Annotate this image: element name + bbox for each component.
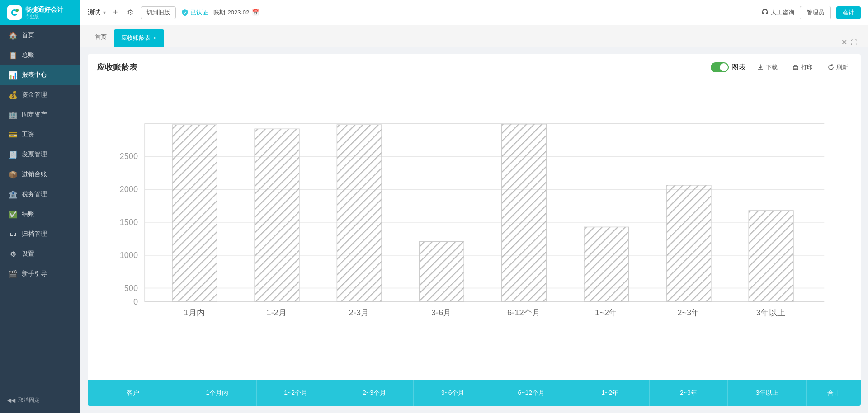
ledger-icon: 📋 bbox=[9, 51, 17, 59]
download-button[interactable]: 下载 bbox=[753, 61, 781, 73]
table-header-cell-9: 合计 bbox=[807, 380, 861, 406]
add-company-button[interactable]: + bbox=[111, 6, 120, 19]
sidebar-item-label: 固定资产 bbox=[22, 111, 47, 119]
print-label: 打印 bbox=[801, 63, 813, 71]
sidebar: 畅捷通好会计 专业版 🏠 首页 📋 总账 📊 报表中心 💰 资金管理 🏢 固定资… bbox=[0, 0, 80, 413]
chart-toggle[interactable] bbox=[711, 62, 729, 72]
tab-aging-close[interactable]: × bbox=[153, 34, 157, 42]
home-icon: 🏠 bbox=[9, 31, 17, 39]
sidebar-item-settings[interactable]: ⚙ 设置 bbox=[0, 244, 80, 264]
sidebar-footer: ◀◀ 取消固定 bbox=[0, 387, 80, 413]
svg-rect-28 bbox=[502, 124, 547, 302]
logo-sub: 专业版 bbox=[25, 14, 63, 20]
sidebar-item-ledger[interactable]: 📋 总账 bbox=[0, 45, 80, 65]
sidebar-item-label: 税务管理 bbox=[22, 190, 47, 198]
svg-text:6-12个月: 6-12个月 bbox=[507, 308, 540, 317]
svg-rect-32 bbox=[666, 185, 711, 302]
service-button[interactable]: 人工咨询 bbox=[761, 9, 794, 17]
sidebar-item-guide[interactable]: 🎬 新手引导 bbox=[0, 264, 80, 284]
sidebar-item-label: 工资 bbox=[22, 131, 34, 139]
service-label: 人工咨询 bbox=[771, 9, 794, 17]
tab-aging-label: 应收账龄表 bbox=[121, 34, 151, 42]
svg-rect-3 bbox=[767, 12, 768, 14]
refresh-button[interactable]: 刷新 bbox=[824, 61, 852, 73]
sidebar-item-wages[interactable]: 💳 工资 bbox=[0, 125, 80, 145]
wages-icon: 💳 bbox=[9, 131, 17, 139]
svg-rect-34 bbox=[749, 211, 793, 302]
chart-toggle-wrap: 图表 bbox=[711, 62, 746, 72]
svg-text:3-6月: 3-6月 bbox=[431, 308, 451, 317]
main-area: 测试 ▾ + ⚙ 切到旧版 已认证 账期 2023-02 📅 人工咨 bbox=[80, 0, 868, 413]
certified-label: 已认证 bbox=[190, 9, 208, 17]
table-header-cell-7: 2~3年 bbox=[650, 380, 728, 406]
trading-icon: 📦 bbox=[9, 170, 17, 178]
sidebar-item-trading[interactable]: 📦 进销台账 bbox=[0, 164, 80, 184]
svg-text:0: 0 bbox=[133, 297, 138, 306]
sidebar-item-invoices[interactable]: 🧾 发票管理 bbox=[0, 145, 80, 164]
user-button[interactable]: 管理员 bbox=[800, 6, 831, 19]
svg-text:2500: 2500 bbox=[120, 152, 138, 161]
svg-text:1500: 1500 bbox=[120, 218, 138, 227]
archive-icon: 🗂 bbox=[9, 230, 17, 238]
calendar-icon[interactable]: 📅 bbox=[252, 9, 259, 16]
table-header-cell-5: 6~12个月 bbox=[492, 380, 571, 406]
sidebar-item-home[interactable]: 🏠 首页 bbox=[0, 25, 80, 45]
tax-icon: 🏦 bbox=[9, 190, 17, 198]
sidebar-item-label: 首页 bbox=[22, 31, 34, 39]
chart-toggle-label: 图表 bbox=[731, 63, 746, 72]
svg-point-0 bbox=[16, 9, 19, 12]
sidebar-item-archive[interactable]: 🗂 归档管理 bbox=[0, 224, 80, 244]
svg-text:2-3月: 2-3月 bbox=[349, 308, 369, 317]
topbar: 测试 ▾ + ⚙ 切到旧版 已认证 账期 2023-02 📅 人工咨 bbox=[80, 0, 868, 25]
switch-old-version-button[interactable]: 切到旧版 bbox=[141, 6, 176, 19]
aging-chart: 0 500 1000 1500 2000 2500 1月内 bbox=[97, 88, 852, 371]
cancel-fixed-button[interactable]: ◀◀ 取消固定 bbox=[0, 392, 80, 408]
cancel-fixed-label: 取消固定 bbox=[18, 396, 40, 404]
account-button[interactable]: 会计 bbox=[836, 6, 861, 19]
expand-window-icon[interactable]: ⛶ bbox=[851, 39, 857, 46]
page-actions: 图表 下载 打印 bbox=[711, 61, 852, 73]
page-title: 应收账龄表 bbox=[97, 62, 137, 73]
period-text: 账期 bbox=[213, 9, 225, 17]
pin-icon: ◀◀ bbox=[7, 397, 15, 404]
company-name: 测试 bbox=[88, 9, 100, 17]
svg-rect-26 bbox=[420, 241, 464, 302]
refresh-icon bbox=[827, 64, 835, 71]
tab-aging[interactable]: 应收账龄表 × bbox=[114, 29, 164, 47]
svg-rect-30 bbox=[584, 227, 629, 301]
sidebar-item-label: 设置 bbox=[22, 250, 34, 258]
sidebar-item-tax[interactable]: 🏦 税务管理 bbox=[0, 184, 80, 204]
svg-rect-2 bbox=[762, 12, 764, 14]
tab-home[interactable]: 首页 bbox=[88, 28, 114, 47]
download-icon bbox=[757, 64, 764, 71]
certified-badge: 已认证 bbox=[181, 9, 208, 17]
svg-text:1月内: 1月内 bbox=[184, 308, 205, 317]
sidebar-item-reports[interactable]: 📊 报表中心 bbox=[0, 65, 80, 85]
sidebar-item-label: 资金管理 bbox=[22, 91, 47, 99]
sidebar-item-funds[interactable]: 💰 资金管理 bbox=[0, 85, 80, 105]
table-header-cell-8: 3年以上 bbox=[728, 380, 807, 406]
headset-icon bbox=[761, 9, 769, 17]
shield-icon bbox=[181, 9, 189, 16]
funds-icon: 💰 bbox=[9, 91, 17, 99]
table-header-cell-2: 1~2个月 bbox=[257, 380, 335, 406]
sidebar-item-label: 结账 bbox=[22, 210, 34, 218]
table-header-cell-0: 客户 bbox=[88, 380, 178, 406]
svg-rect-22 bbox=[255, 129, 299, 302]
table-header-cell-3: 2~3个月 bbox=[335, 380, 414, 406]
sidebar-item-label: 进销台账 bbox=[22, 170, 47, 178]
sidebar-item-checkout[interactable]: ✅ 结账 bbox=[0, 204, 80, 224]
svg-text:1~2年: 1~2年 bbox=[595, 308, 617, 317]
invoices-icon: 🧾 bbox=[9, 150, 17, 159]
assets-icon: 🏢 bbox=[9, 111, 17, 119]
print-icon bbox=[792, 64, 799, 71]
svg-text:1000: 1000 bbox=[120, 251, 138, 260]
sidebar-item-assets[interactable]: 🏢 固定资产 bbox=[0, 105, 80, 125]
sidebar-nav: 🏠 首页 📋 总账 📊 报表中心 💰 资金管理 🏢 固定资产 💳 工资 🧾 发票… bbox=[0, 25, 80, 387]
sidebar-item-label: 归档管理 bbox=[22, 230, 47, 238]
settings-icon[interactable]: ⚙ bbox=[125, 6, 135, 19]
company-selector[interactable]: 测试 ▾ bbox=[88, 9, 106, 17]
print-button[interactable]: 打印 bbox=[788, 61, 816, 73]
close-window-icon[interactable]: ✕ bbox=[841, 38, 847, 47]
table-header: 客户1个月内1~2个月2~3个月3~6个月6~12个月1~2年2~3年3年以上合… bbox=[88, 380, 861, 406]
